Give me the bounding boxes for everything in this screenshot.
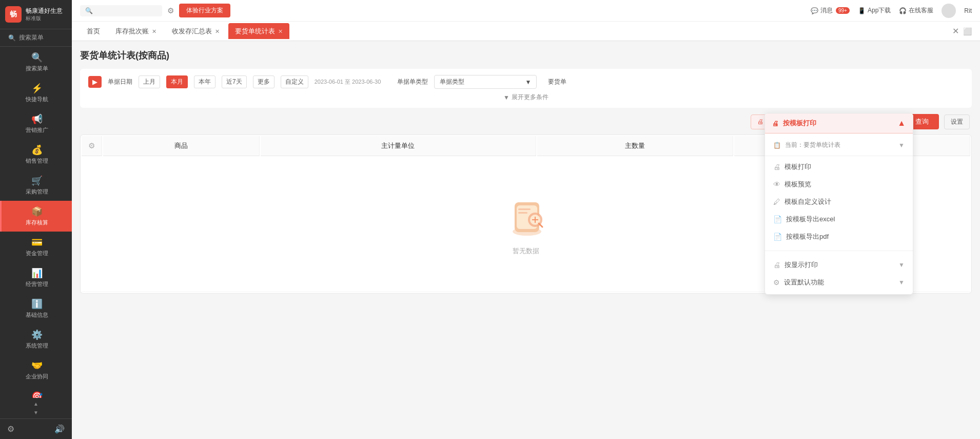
sidebar-label-sales: 销售管理 xyxy=(26,157,48,165)
current-chevron-icon: ▼ xyxy=(898,142,905,149)
dropdown-item-export-excel[interactable]: 📄 按模板导出excel xyxy=(765,211,913,228)
message-group[interactable]: 💬 消息 99+ xyxy=(811,6,850,15)
search-icon: 🔍 xyxy=(8,34,16,42)
filter-type-select[interactable]: 单据类型 ▼ xyxy=(434,75,537,89)
dropdown-item-template-custom[interactable]: 🖊 模板自定义设计 xyxy=(765,193,913,211)
topbar-username: Rit xyxy=(964,7,972,14)
col-product: 商品 xyxy=(103,136,260,156)
print-dropdown-panel: 🖨 按模板打印 ▲ 📋 当前：要货单统计表 ▼ 🖨 模板 xyxy=(765,113,913,295)
date-btn-more[interactable]: 更多 xyxy=(253,75,275,88)
sound-footer-icon[interactable]: 🔊 xyxy=(54,424,65,434)
sidebar-icon-collab: 🤝 xyxy=(31,360,43,371)
sidebar-item-search[interactable]: 🔍 搜索菜单 xyxy=(0,47,72,78)
sidebar-item-collab[interactable]: 🤝 企业协同 xyxy=(0,355,72,386)
topbar-settings-icon[interactable]: ⚙ xyxy=(167,6,174,15)
logo-subtitle: 标准版 xyxy=(26,15,63,22)
sidebar-label-finance: 资金管理 xyxy=(26,250,48,257)
dropdown-current-label: 📋 当前：要货单统计表 ▼ xyxy=(765,137,913,154)
template-print-icon: 🖨 xyxy=(773,163,780,171)
table-settings-btn[interactable]: 设置 xyxy=(944,114,970,129)
date-btn-this-month[interactable]: 本月 xyxy=(166,75,188,88)
tab-label-order-summary: 要货单统计表 xyxy=(235,27,275,36)
template-preview-label: 模板预览 xyxy=(785,180,811,189)
dropdown-section-1: 📋 当前：要货单统计表 ▼ 🖨 模板打印 👁 模板预览 xyxy=(765,133,913,249)
window-close-icon[interactable]: ✕ xyxy=(952,26,959,36)
sidebar-search-label: 搜索菜单 xyxy=(19,33,44,42)
tab-close-order-summary[interactable]: ✕ xyxy=(278,28,283,35)
display-print-label: 按显示打印 xyxy=(785,260,818,270)
topbar-search-box[interactable]: 🔍 xyxy=(80,5,162,16)
sidebar-logo: 畅 畅康通好生意 标准版 xyxy=(0,0,72,29)
settings-footer-icon[interactable]: ⚙ xyxy=(7,424,14,434)
tab-collection-summary[interactable]: 收发存汇总表✕ xyxy=(165,23,226,39)
sidebar-icon-sales: 💰 xyxy=(31,144,43,156)
user-avatar[interactable] xyxy=(942,4,956,18)
date-btn-last-month[interactable]: 上月 xyxy=(139,75,160,88)
dropdown-divider-1 xyxy=(765,156,913,156)
dropdown-close-btn[interactable]: ▲ xyxy=(897,119,906,128)
table-col-settings-icon[interactable]: ⚙ xyxy=(88,141,95,150)
template-preview-icon: 👁 xyxy=(773,180,780,188)
dropdown-item-display-print[interactable]: 🖨 按显示打印 ▼ xyxy=(765,256,913,274)
tab-home[interactable]: 首页 xyxy=(80,23,107,39)
tab-label-home: 首页 xyxy=(87,27,100,36)
dropdown-divider-2 xyxy=(765,251,913,251)
tab-order-summary[interactable]: 要货单统计表✕ xyxy=(228,23,289,39)
template-print-label: 模板打印 xyxy=(785,162,811,171)
sidebar-item-inventory[interactable]: 📦 库存核算 xyxy=(0,201,72,232)
export-excel-icon: 📄 xyxy=(773,215,782,223)
sidebar-item-marketing[interactable]: 📢 营销推广 xyxy=(0,108,72,139)
dropdown-item-template-preview[interactable]: 👁 模板预览 xyxy=(765,176,913,193)
sidebar-label-quick-nav: 快捷导航 xyxy=(26,96,48,103)
export-excel-label: 按模板导出excel xyxy=(786,215,835,224)
sidebar-item-purchase[interactable]: 🛒 采购管理 xyxy=(0,170,72,201)
sidebar-item-guide[interactable]: 🎯 新手引导 xyxy=(0,386,72,398)
app-download-group[interactable]: 📱 App下载 xyxy=(858,6,891,15)
sidebar-item-quick-nav[interactable]: ⚡ 快捷导航 xyxy=(0,78,72,108)
window-maximize-icon[interactable]: ⬜ xyxy=(963,27,972,35)
expand-more-icon: ▼ xyxy=(503,94,509,101)
dropdown-print-icon: 🖨 xyxy=(772,120,779,127)
online-service-group[interactable]: 🎧 在线客服 xyxy=(899,6,933,15)
tab-close-collection-summary[interactable]: ✕ xyxy=(215,28,220,35)
dropdown-item-export-pdf[interactable]: 📄 按模板导出pdf xyxy=(765,228,913,245)
export-pdf-label: 按模板导出pdf xyxy=(786,232,829,241)
message-badge: 99+ xyxy=(836,7,850,14)
tab-batch-account[interactable]: 库存批次账✕ xyxy=(109,23,163,39)
sidebar-label-inventory: 库存核算 xyxy=(26,219,48,226)
sidebar-icon-purchase: 🛒 xyxy=(31,175,43,186)
tab-label-collection-summary: 收发存汇总表 xyxy=(172,27,212,36)
empty-text: 暂无数据 xyxy=(513,246,539,256)
expand-arrow-btn[interactable]: ▶ xyxy=(88,76,102,88)
date-btn-custom[interactable]: 自定义 xyxy=(281,75,308,88)
tab-close-batch-account[interactable]: ✕ xyxy=(152,28,156,35)
dropdown-item-set-default[interactable]: ⚙ 设置默认功能 ▼ xyxy=(765,274,913,291)
sidebar-item-finance[interactable]: 💳 资金管理 xyxy=(0,232,72,262)
col-unit: 主计量单位 xyxy=(261,136,536,156)
sidebar-scroll-down[interactable]: ▼ xyxy=(32,409,40,416)
sidebar-icon-inventory: 📦 xyxy=(31,206,43,217)
message-label: 消息 xyxy=(820,6,833,15)
sidebar: 畅 畅康通好生意 标准版 🔍 搜索菜单 🔍 搜索菜单 ⚡ 快捷导航 📢 营销推广… xyxy=(0,0,72,439)
sidebar-icon-quick-nav: ⚡ xyxy=(31,83,43,94)
sidebar-search[interactable]: 🔍 搜索菜单 xyxy=(0,29,72,47)
sidebar-item-system[interactable]: ⚙️ 系统管理 xyxy=(0,324,72,355)
sidebar-scroll-up[interactable]: ▲ xyxy=(32,400,40,408)
filter-card: ▶ 单据日期 上月 本月 本年 近7天 更多 自定义 2023-06-01 至 … xyxy=(80,69,972,108)
tab-label-batch-account: 库存批次账 xyxy=(115,27,149,36)
template-custom-icon: 🖊 xyxy=(773,198,780,206)
dropdown-item-template-print[interactable]: 🖨 模板打印 xyxy=(765,158,913,176)
set-default-label: 设置默认功能 xyxy=(784,278,824,287)
expand-more-btn[interactable]: ▼ 展开更多条件 xyxy=(503,93,548,102)
display-print-icon: 🖨 xyxy=(773,261,780,269)
date-btn-this-year[interactable]: 本年 xyxy=(194,75,215,88)
sidebar-label-operation: 经营管理 xyxy=(26,280,48,288)
sidebar-item-sales[interactable]: 💰 销售管理 xyxy=(0,139,72,170)
sidebar-icon-basic: ℹ️ xyxy=(31,298,43,310)
topbar-right: 💬 消息 99+ 📱 App下载 🎧 在线客服 Rit xyxy=(811,4,972,18)
topbar-search-icon: 🔍 xyxy=(85,7,93,14)
sidebar-item-operation[interactable]: 📊 经营管理 xyxy=(0,262,72,293)
sidebar-item-basic[interactable]: ℹ️ 基础信息 xyxy=(0,293,72,324)
experience-btn[interactable]: 体验行业方案 xyxy=(179,4,230,17)
date-btn-7days[interactable]: 近7天 xyxy=(222,75,247,88)
